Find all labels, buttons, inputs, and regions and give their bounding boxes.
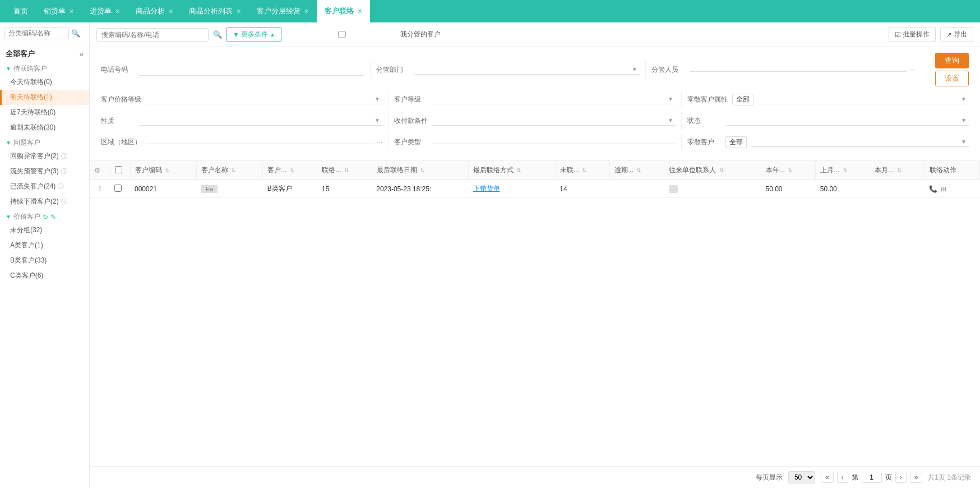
payment-select[interactable]: ▼ <box>432 116 676 126</box>
sort-no-contact-icon[interactable]: ⇅ <box>582 167 586 173</box>
close-customer-segment-tab[interactable]: ✕ <box>304 8 309 15</box>
person-select[interactable] <box>690 68 907 72</box>
price-level-select[interactable]: ▼ <box>146 94 382 104</box>
settings-col-header[interactable]: ⚙ <box>90 161 110 180</box>
settings-button[interactable]: 设置 <box>935 71 969 86</box>
status-select[interactable]: ▼ <box>725 116 969 126</box>
close-sales-tab[interactable]: ✕ <box>69 8 74 15</box>
sidebar-item-continuous-decline[interactable]: 持续下滑客户(2) ⓘ <box>0 194 89 209</box>
customer-type-label: 客户类型 <box>394 137 428 147</box>
sort-unit-contact-icon[interactable]: ⇅ <box>719 167 724 173</box>
prev-page-btn[interactable]: ‹ <box>837 472 848 483</box>
page-size-select[interactable]: 50 <box>788 471 815 484</box>
sidebar-item-overdue[interactable]: 逾期未联络(30) <box>0 120 89 135</box>
sort-customer-code-icon[interactable]: ⇅ <box>165 167 169 173</box>
nav-sales[interactable]: 销货单 ✕ <box>36 0 82 22</box>
sort-last-contact-method-icon[interactable]: ⇅ <box>516 167 521 173</box>
edit-value-icon[interactable]: ✎ <box>50 213 56 221</box>
nav-goods-analysis-list[interactable]: 商品分析列表 ✕ <box>181 0 249 22</box>
sort-this-year-icon[interactable]: ⇅ <box>788 167 792 173</box>
sidebar-item-class-c[interactable]: C类客户(6) <box>0 268 89 283</box>
collapse-sidebar-icon[interactable]: « <box>80 50 84 58</box>
status-label: 状态 <box>687 116 721 126</box>
sidebar-item-week[interactable]: 近7天待联络(0) <box>0 105 89 120</box>
sort-overdue-icon[interactable]: ⇅ <box>636 167 641 173</box>
refresh-value-icon[interactable]: ↻ <box>43 213 48 221</box>
table-settings-icon[interactable]: ⚙ <box>94 167 100 174</box>
retail-attr-chevron-icon: ▼ <box>961 96 967 102</box>
filter-cell-payment: 收付款条件 ▼ <box>394 116 676 126</box>
nav-customer-contact[interactable]: 客户联络 ✕ <box>317 0 370 22</box>
price-level-chevron-icon: ▼ <box>375 96 380 102</box>
grid-action-icon[interactable]: ⊞ <box>941 185 946 193</box>
sidebar-item-ungrouped[interactable]: 未分组(32) <box>0 223 89 238</box>
query-button[interactable]: 查询 <box>935 53 969 68</box>
sort-this-month-icon[interactable]: ⇅ <box>897 167 902 173</box>
pagination-bar: 每页显示 50 « ‹ 第 页 › » 共1页 1条记录 <box>90 466 980 488</box>
customer-table: ⚙ 客户编码 ⇅ 客户名称 ⇅ <box>90 161 980 198</box>
divider-6 <box>681 112 682 129</box>
sort-last-month-icon[interactable]: ⇅ <box>843 167 847 173</box>
select-all-checkbox[interactable] <box>115 166 122 173</box>
close-purchase-tab[interactable]: ✕ <box>115 8 120 15</box>
customer-type-select[interactable] <box>432 140 676 144</box>
problem-customers-group[interactable]: 问题客户 <box>0 135 89 149</box>
total-records-label: 共1页 1条记录 <box>928 473 971 482</box>
last-contact-date-col-header: 最后联络日期 ⇅ <box>372 161 468 180</box>
nav-purchase[interactable]: 进货单 ✕ <box>82 0 128 22</box>
nature-select[interactable]: ▼ <box>139 116 382 126</box>
sort-customer-name-icon[interactable]: ⇅ <box>231 167 235 173</box>
pagination-nav: « ‹ 第 页 › » <box>821 472 922 483</box>
divider-3 <box>388 91 389 108</box>
my-customers-check[interactable] <box>286 31 398 38</box>
next-page-btn[interactable]: › <box>895 472 907 483</box>
table-header-row: ⚙ 客户编码 ⇅ 客户名称 ⇅ <box>90 161 980 180</box>
retail-attr-select[interactable]: ▼ <box>758 94 969 104</box>
close-customer-contact-tab[interactable]: ✕ <box>357 8 362 15</box>
sidebar-search-icon[interactable]: 🔍 <box>71 29 80 38</box>
sidebar-item-lost-risk[interactable]: 流失预警客户(3) ⓘ <box>0 164 89 179</box>
retail-customer-select[interactable]: ▼ <box>751 137 969 147</box>
close-goods-analysis-tab[interactable]: ✕ <box>168 8 173 15</box>
last-page-btn[interactable]: » <box>910 472 923 483</box>
sort-customer-type-icon[interactable]: ⇅ <box>290 167 294 173</box>
pending-contact-group[interactable]: 待联络客户 <box>0 61 89 75</box>
sidebar-item-today[interactable]: 今天待联络(0) <box>0 75 89 90</box>
last-contact-method-link[interactable]: 下销货单 <box>473 185 500 192</box>
phone-input[interactable] <box>139 64 364 76</box>
checkbox-icon: ☑ <box>895 31 901 39</box>
nav-goods-analysis[interactable]: 商品分析 ✕ <box>128 0 181 22</box>
page-number-input[interactable] <box>862 472 882 483</box>
sidebar-item-already-lost[interactable]: 已流失客户(24) ⓘ <box>0 179 89 194</box>
customer-level-select[interactable]: ▼ <box>432 94 676 104</box>
nav-customer-segment[interactable]: 客户分层经营 ✕ <box>249 0 317 22</box>
dept-select[interactable]: ▼ <box>414 65 640 75</box>
action-buttons-container: 查询 设置 <box>924 53 969 86</box>
region-dots-icon[interactable]: ··· <box>377 138 382 146</box>
my-customers-checkbox[interactable]: 我分管的客户 <box>286 30 441 39</box>
batch-operation-btn[interactable]: ☑ 批量操作 <box>889 27 936 42</box>
region-select[interactable] <box>146 140 375 144</box>
search-bar-icon[interactable]: 🔍 <box>213 30 222 39</box>
close-goods-analysis-list-tab[interactable]: ✕ <box>236 8 241 15</box>
phone-action-icon[interactable]: 📞 <box>929 185 937 193</box>
value-customers-group[interactable]: 价值客户 ↻ ✎ <box>0 209 89 223</box>
search-input[interactable] <box>96 28 209 42</box>
sidebar-item-class-a[interactable]: A类客户(1) <box>0 238 89 253</box>
first-page-btn[interactable]: « <box>821 472 834 483</box>
sidebar-item-class-b[interactable]: B类客户(33) <box>0 253 89 268</box>
sidebar-item-tomorrow[interactable]: 明天待联络(1) <box>0 90 89 105</box>
more-conditions-btn[interactable]: ▼ 更多条件 ▲ <box>226 27 281 42</box>
sidebar-search-area: 🔍 <box>0 22 89 44</box>
row-checkbox[interactable] <box>114 185 122 192</box>
export-btn[interactable]: ↗ 导出 <box>940 27 973 42</box>
nav-home[interactable]: 首页 <box>6 0 36 22</box>
filter-cell-customer-level: 客户等级 ▼ <box>394 94 676 104</box>
sidebar-item-rebuy-abnormal[interactable]: 回购异常客户(2) ⓘ <box>0 149 89 164</box>
sort-last-contact-date-icon[interactable]: ⇅ <box>420 167 424 173</box>
filter-row-3: 性质 ▼ 收付款条件 ▼ 状态 <box>101 112 969 129</box>
sort-contact-icon[interactable]: ⇅ <box>344 167 349 173</box>
sidebar-search-input[interactable] <box>4 27 69 39</box>
filter-cell-status: 状态 ▼ <box>687 116 969 126</box>
person-dots-icon[interactable]: ··· <box>909 66 915 73</box>
